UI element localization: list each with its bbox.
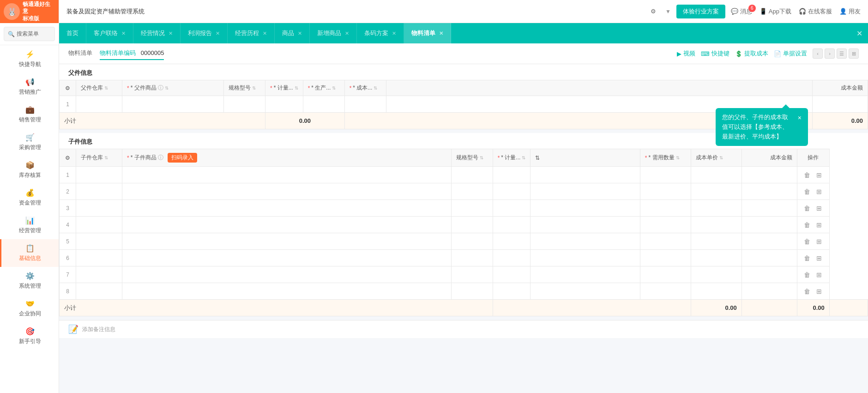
child-unit-2[interactable]	[493, 183, 530, 200]
view-tool[interactable]: ▶ 视频	[677, 49, 695, 58]
child-product-7[interactable]	[122, 266, 452, 283]
message-button[interactable]: 💬 消息 6	[731, 7, 752, 16]
sidebar-item-collab[interactable]: 🤝 企业协同	[0, 295, 59, 322]
copy-row-6[interactable]: ⊞	[814, 254, 824, 263]
copy-row-5[interactable]: ⊞	[814, 237, 824, 246]
delete-row-5[interactable]: 🗑	[802, 237, 812, 246]
delete-row-4[interactable]: 🗑	[802, 220, 812, 230]
child-unit-4[interactable]	[493, 217, 530, 233]
user-menu[interactable]: 👤 用友	[839, 7, 861, 16]
sidebar-item-sales[interactable]: 💼 销售管理	[0, 101, 59, 128]
close-tab-operation-status[interactable]: ✕	[169, 30, 173, 36]
child-qty-4[interactable]	[640, 217, 691, 233]
child-qty-3[interactable]	[640, 200, 691, 217]
child-unit-8[interactable]	[493, 283, 530, 300]
child-info-icon[interactable]: ⓘ	[158, 154, 163, 162]
child-warehouse-1[interactable]	[76, 167, 122, 183]
delete-row-8[interactable]: 🗑	[802, 287, 812, 296]
close-tab-operation-history[interactable]: ✕	[263, 30, 267, 36]
child-product-2[interactable]	[122, 183, 452, 200]
prev-record-button[interactable]: ‹	[813, 48, 823, 59]
sidebar-item-guide[interactable]: 🎯 新手引导	[0, 322, 59, 350]
sidebar-item-quicknav[interactable]: ⚡ 快捷导航	[0, 45, 59, 73]
parent-unit-1[interactable]	[265, 96, 303, 113]
close-tab-bom[interactable]: ✕	[439, 30, 443, 36]
child-unit-6[interactable]	[493, 250, 530, 266]
child-unit-price-4[interactable]	[691, 217, 741, 233]
info-icon[interactable]: ⓘ	[158, 84, 163, 92]
settings-button[interactable]: ⚙	[647, 5, 660, 18]
copy-row-1[interactable]: ⊞	[814, 170, 824, 180]
list-view-button[interactable]: ☰	[837, 48, 847, 59]
child-warehouse-7[interactable]	[76, 266, 122, 283]
delete-row-6[interactable]: 🗑	[802, 254, 812, 263]
child-product-4[interactable]	[122, 217, 452, 233]
child-unit-price-8[interactable]	[691, 283, 741, 300]
child-spec-6[interactable]	[451, 250, 493, 266]
parent-cost-1[interactable]	[344, 96, 386, 113]
child-warehouse-2[interactable]	[76, 183, 122, 200]
sidebar-item-marketing[interactable]: 📢 营销推广	[0, 73, 59, 101]
child-qty-8[interactable]	[640, 283, 691, 300]
th-parent-settings[interactable]: ⚙	[60, 80, 76, 96]
child-qty-1[interactable]	[640, 167, 691, 183]
page-tab-bom-list[interactable]: 物料清单	[68, 47, 92, 60]
tooltip-close-button[interactable]: ×	[798, 113, 802, 123]
th-child-settings[interactable]: ⚙	[60, 149, 76, 167]
child-spec-8[interactable]	[451, 283, 493, 300]
child-unit-price-6[interactable]	[691, 250, 741, 266]
tab-profit-report[interactable]: 利润报告 ✕	[181, 23, 228, 43]
close-tab-profit-report[interactable]: ✕	[216, 30, 220, 36]
copy-row-7[interactable]: ⊞	[814, 270, 824, 279]
tab-home[interactable]: 首页	[59, 23, 86, 43]
child-spec-4[interactable]	[451, 217, 493, 233]
child-unit-price-3[interactable]	[691, 200, 741, 217]
trial-button[interactable]: 体验行业方案	[676, 5, 725, 18]
child-unit-7[interactable]	[493, 266, 530, 283]
online-service-button[interactable]: 🎧 在线客服	[799, 7, 832, 16]
child-product-5[interactable]	[122, 233, 452, 250]
child-qty-2[interactable]	[640, 183, 691, 200]
sidebar-item-system[interactable]: ⚙️ 系统管理	[0, 267, 59, 295]
tab-add-goods[interactable]: 新增商品 ✕	[310, 23, 357, 43]
expand-button[interactable]: ⊞	[849, 48, 859, 59]
close-tab-add-goods[interactable]: ✕	[345, 30, 349, 36]
close-tab-goods[interactable]: ✕	[298, 30, 302, 36]
tab-bom[interactable]: 物料清单 ✕	[404, 23, 451, 43]
shortcut-tool[interactable]: ⌨ 快捷键	[701, 49, 729, 58]
child-product-6[interactable]	[122, 250, 452, 266]
search-menu-button[interactable]: 🔍 搜索菜单	[4, 27, 55, 41]
app-download-button[interactable]: 📱 App下载	[760, 7, 791, 16]
child-unit-1[interactable]	[493, 167, 530, 183]
child-warehouse-8[interactable]	[76, 283, 122, 300]
child-qty-7[interactable]	[640, 266, 691, 283]
child-product-1[interactable]	[122, 167, 452, 183]
child-warehouse-6[interactable]	[76, 250, 122, 266]
sidebar-item-inventory[interactable]: 📦 库存核算	[0, 156, 59, 184]
copy-row-2[interactable]: ⊞	[814, 187, 824, 196]
tab-operation-history[interactable]: 经营历程 ✕	[228, 23, 275, 43]
child-spec-2[interactable]	[451, 183, 493, 200]
child-unit-price-5[interactable]	[691, 233, 741, 250]
delete-row-3[interactable]: 🗑	[802, 204, 812, 213]
copy-row-8[interactable]: ⊞	[814, 287, 824, 296]
copy-row-3[interactable]: ⊞	[814, 204, 824, 213]
child-unit-price-1[interactable]	[691, 167, 741, 183]
single-settings-tool[interactable]: 📄 单据设置	[774, 49, 807, 58]
parent-product-1[interactable]	[122, 96, 224, 113]
tab-barcode[interactable]: 条码方案 ✕	[357, 23, 404, 43]
child-warehouse-5[interactable]	[76, 233, 122, 250]
delete-row-2[interactable]: 🗑	[802, 187, 812, 196]
child-spec-1[interactable]	[451, 167, 493, 183]
child-spec-3[interactable]	[451, 200, 493, 217]
child-unit-3[interactable]	[493, 200, 530, 217]
child-spec-7[interactable]	[451, 266, 493, 283]
child-unit-5[interactable]	[493, 233, 530, 250]
child-warehouse-3[interactable]	[76, 200, 122, 217]
child-product-3[interactable]	[122, 200, 452, 217]
extract-cost-tool[interactable]: 💲 提取成本	[735, 49, 768, 58]
tab-customer[interactable]: 客户联络 ✕	[86, 23, 133, 43]
parent-produce-1[interactable]	[303, 96, 344, 113]
next-record-button[interactable]: ›	[825, 48, 835, 59]
parent-spec-1[interactable]	[224, 96, 265, 113]
